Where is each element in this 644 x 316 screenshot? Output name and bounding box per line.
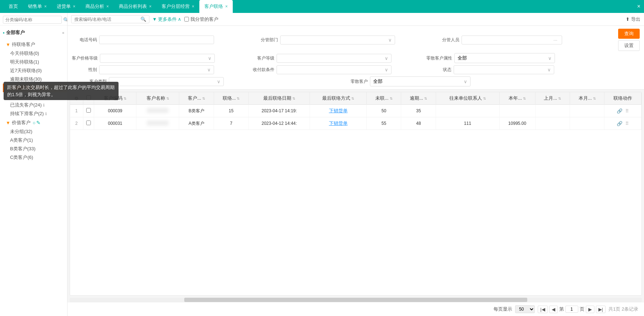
customer-name-blurred: [147, 108, 168, 113]
my-customers-checkbox[interactable]: 我分管的客户: [184, 16, 218, 23]
price-level-select[interactable]: ∨: [100, 54, 215, 63]
last-contact-method-cell[interactable]: 下销货单: [310, 117, 367, 130]
edit-icon[interactable]: ○: [33, 120, 36, 126]
prev-page-btn[interactable]: ◀: [549, 306, 558, 313]
customer-name-blurred: [147, 121, 168, 126]
payment-select[interactable]: ∨: [277, 65, 392, 74]
more-icon[interactable]: ⠿: [625, 121, 629, 126]
data-table-container: ⚙ 客户编码 ⇅ 客户名称: [70, 92, 642, 296]
last-month-cell: [535, 117, 570, 130]
horizontal-scrollbar[interactable]: [70, 298, 642, 302]
chevron-down-icon: ∨: [208, 56, 212, 61]
last-contact-date-cell: 2023-04-12 14:44:: [249, 117, 310, 130]
contact-icon[interactable]: 🔗: [617, 121, 622, 126]
search-input[interactable]: [74, 17, 139, 22]
close-icon[interactable]: ×: [192, 4, 194, 9]
row-checkbox-cell[interactable]: [83, 117, 94, 130]
table-row: 1 000039 B类客户 15 2023-04-17 14:19: 下销货单: [70, 105, 641, 117]
pending-contact-title[interactable]: ▼ 待联络客户: [3, 40, 67, 49]
more-conditions-btn[interactable]: ▼ 更多条件 ∧: [152, 16, 181, 23]
value-customers-title[interactable]: ▼ 价值客户 ○ ✎: [3, 118, 67, 127]
gender-select[interactable]: ∨: [99, 65, 214, 74]
status-select[interactable]: ∨: [454, 65, 554, 74]
chevron-down-icon: ∨: [207, 67, 211, 72]
nav-sales[interactable]: 销售单 ×: [23, 0, 52, 13]
sidebar-item-churned[interactable]: 已流失客户(24) ℹ: [3, 101, 67, 109]
nav-customer-contact[interactable]: 客户联络 ×: [199, 0, 233, 13]
query-button[interactable]: 查询: [618, 29, 640, 39]
sort-icon[interactable]: ⇅: [237, 96, 240, 100]
customer-level-select[interactable]: ∨: [277, 54, 392, 63]
nav-home[interactable]: 首页: [4, 0, 23, 13]
first-page-btn[interactable]: |◀: [538, 306, 547, 313]
next-page-btn[interactable]: ▶: [586, 306, 594, 313]
add-group-icon[interactable]: ✎: [36, 120, 41, 126]
category-search-input[interactable]: [3, 16, 62, 24]
per-page-select[interactable]: 50 10 20 100: [515, 305, 535, 313]
close-icon[interactable]: ×: [106, 4, 109, 9]
retail-attr-select[interactable]: 全部 ∨: [454, 53, 555, 63]
sort-icon[interactable]: ⇅: [202, 96, 205, 100]
settings-button[interactable]: 设置: [618, 40, 640, 51]
nav-product-list[interactable]: 商品分析列表 ×: [114, 0, 157, 13]
sidebar-item-c-class[interactable]: C类客户(6): [3, 153, 67, 162]
sort-icon[interactable]: ⇅: [483, 96, 486, 100]
dept-select[interactable]: ∨: [280, 36, 395, 44]
sort-icon[interactable]: ⇅: [558, 96, 561, 100]
sidebar-item-ungrouped[interactable]: 未分组(32): [3, 127, 67, 136]
sort-icon[interactable]: ⇅: [593, 96, 596, 100]
close-icon[interactable]: ×: [225, 4, 228, 9]
sidebar-item-a-class[interactable]: A类客户(1): [3, 136, 67, 145]
export-button[interactable]: ⬆ 导出: [626, 16, 640, 23]
retail-customer-select[interactable]: 全部 ∨: [370, 76, 471, 86]
last-contact-method-cell[interactable]: 下销货单: [310, 105, 367, 117]
sidebar-item-7days[interactable]: 近7天待联络(0): [3, 66, 67, 75]
contact-icon[interactable]: 🔗: [617, 108, 622, 114]
sort-icon[interactable]: ⇅: [351, 96, 354, 100]
customer-type-select[interactable]: ∨: [109, 77, 224, 86]
sort-icon[interactable]: ⇅: [124, 96, 126, 100]
close-icon[interactable]: ×: [44, 4, 47, 9]
sort-icon[interactable]: ⇅: [424, 96, 427, 100]
last-page-btn[interactable]: ▶|: [596, 306, 606, 313]
chevron-down-icon: ∨: [388, 37, 392, 43]
price-level-field: 客户价格等级 ∨: [72, 54, 246, 63]
ellipsis-icon[interactable]: ···: [552, 37, 559, 43]
contact-count-cell: 7: [214, 117, 248, 130]
manager-select[interactable]: ···: [462, 36, 562, 44]
close-icon[interactable]: ×: [73, 4, 75, 9]
th-contact-person: 往来单位联系人 ⇅: [436, 92, 499, 105]
contact-person-cell: 111: [436, 117, 499, 130]
phone-input[interactable]: [99, 36, 214, 44]
row-num: 1: [70, 105, 83, 117]
chevron-up-icon: ∧: [178, 16, 181, 22]
row-checkbox[interactable]: [86, 108, 91, 113]
page-number-input[interactable]: [565, 306, 578, 313]
window-close-icon[interactable]: ×: [637, 3, 640, 10]
sidebar-item-tomorrow[interactable]: 明天待联络(1): [3, 58, 67, 66]
sidebar-item-today[interactable]: 今天待联络(0): [3, 49, 67, 58]
search-wrap: 🔍: [71, 15, 149, 23]
search-icon[interactable]: 🔍: [140, 16, 146, 22]
all-customers-title[interactable]: ▪ 全部客户 «: [0, 28, 67, 38]
overdue-cell: 48: [401, 117, 436, 130]
nav-product-analysis[interactable]: 商品分析 ×: [80, 0, 114, 13]
nav-customer-tier[interactable]: 客户分层经营 ×: [157, 0, 199, 13]
sort-icon[interactable]: ⇅: [390, 96, 393, 100]
th-current-year: 本年... ⇅: [499, 92, 535, 105]
row-checkbox[interactable]: [86, 121, 91, 125]
collapse-icon[interactable]: «: [62, 30, 64, 35]
sidebar-item-declining[interactable]: 持续下滑客户(2) ℹ: [3, 109, 67, 118]
scrollbar-thumb[interactable]: [184, 298, 528, 302]
sort-icon[interactable]: ⇅: [523, 96, 526, 100]
sort-icon[interactable]: ⇅: [292, 96, 295, 100]
my-customers-check[interactable]: [184, 17, 189, 22]
category-search-icon[interactable]: 🔍: [63, 17, 68, 23]
row-checkbox-cell[interactable]: [83, 105, 94, 117]
close-icon[interactable]: ×: [149, 4, 152, 9]
total-records: 共1页 2条记录: [608, 306, 638, 312]
nav-purchase[interactable]: 进货单 ×: [52, 0, 80, 13]
sort-icon[interactable]: ⇅: [166, 96, 169, 100]
sidebar-item-b-class[interactable]: B类客户(33): [3, 145, 67, 153]
more-icon[interactable]: ⠿: [625, 108, 629, 114]
